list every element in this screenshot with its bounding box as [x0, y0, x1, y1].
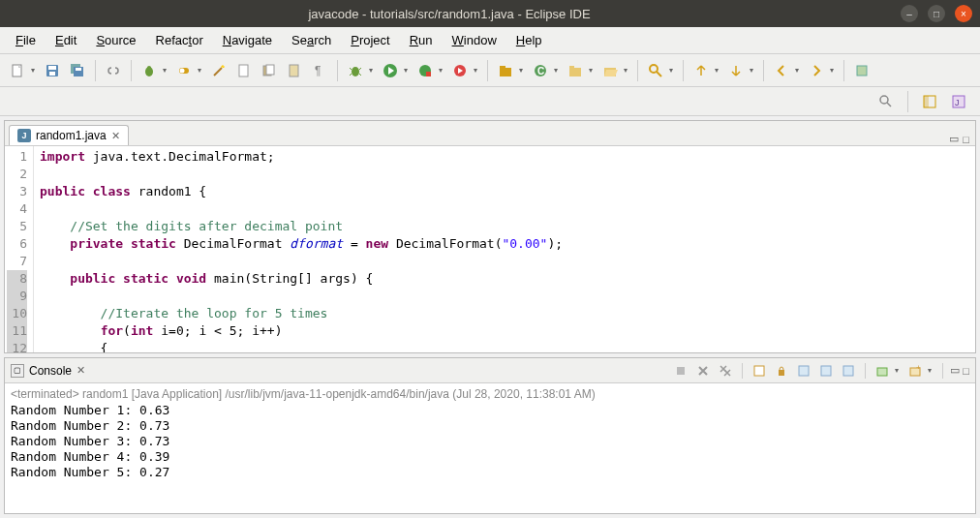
dropdown-icon[interactable]: ▾ [554, 66, 562, 75]
java-perspective-button[interactable]: J [947, 90, 970, 113]
minimize-view-icon[interactable]: ▭ [950, 364, 960, 377]
menu-file[interactable]: File [6, 29, 46, 51]
debug-bug-button[interactable] [138, 59, 161, 82]
svg-rect-40 [843, 366, 853, 376]
run-button[interactable] [379, 59, 402, 82]
pin-button[interactable] [850, 59, 873, 82]
dropdown-icon[interactable]: ▾ [895, 366, 903, 375]
svg-rect-21 [500, 68, 511, 76]
terminate-button[interactable] [671, 361, 690, 381]
dropdown-icon[interactable]: ▾ [31, 66, 39, 75]
svg-rect-2 [48, 66, 56, 70]
new-folder-button[interactable] [564, 59, 587, 82]
svg-text:J: J [955, 98, 960, 107]
save-all-button[interactable] [66, 59, 89, 82]
separator-icon [865, 363, 866, 379]
dropdown-icon[interactable]: ▾ [624, 66, 631, 75]
wand-button[interactable] [207, 59, 230, 82]
menu-search[interactable]: Search [282, 29, 341, 51]
dropdown-icon[interactable]: ▾ [163, 66, 170, 75]
svg-point-8 [147, 66, 151, 70]
dropdown-icon[interactable]: ▾ [928, 366, 935, 375]
maximize-view-icon[interactable]: □ [963, 365, 969, 377]
dropdown-icon[interactable]: ▾ [750, 66, 757, 75]
close-tab-icon[interactable]: ✕ [77, 364, 85, 377]
maximize-view-icon[interactable]: □ [963, 134, 969, 145]
new-console-button[interactable]: + [905, 361, 925, 381]
main-toolbar: ▾ ▾ ▾ ¶ ▾ ▾ ▾ ▾ ▾ C ▾ ▾ ▾ ▾ ▾ ▾ ▾ ▾ [0, 54, 980, 87]
separator-icon [763, 60, 764, 81]
dropdown-icon[interactable]: ▾ [404, 66, 412, 75]
menu-window[interactable]: Window [443, 29, 506, 51]
prev-annotation-button[interactable] [689, 59, 713, 82]
editor-tab-random1[interactable]: J random1.java ✕ [9, 125, 129, 145]
svg-rect-11 [239, 65, 248, 76]
separator-icon [942, 363, 943, 379]
dropdown-icon[interactable]: ▾ [715, 66, 722, 75]
save-button[interactable] [41, 59, 64, 82]
editor-panel: J random1.java ✕ ▭ □ 1 2 3 4 5 6 7 8 9 1… [4, 120, 976, 353]
coverage-button[interactable] [413, 59, 437, 82]
toggle-button[interactable] [172, 59, 196, 82]
word-wrap-button[interactable] [794, 361, 813, 381]
forward-button[interactable] [805, 59, 828, 82]
pin-console-button[interactable] [816, 361, 836, 381]
menu-refactor[interactable]: Refactor [146, 29, 213, 51]
next-annotation-button[interactable] [724, 59, 748, 82]
menu-help[interactable]: Help [506, 29, 552, 51]
close-tab-icon[interactable]: ✕ [111, 130, 120, 142]
dropdown-icon[interactable]: ▾ [369, 66, 377, 75]
open-console-button[interactable] [873, 361, 892, 381]
remove-launch-button[interactable] [693, 361, 713, 381]
console-body[interactable]: <terminated> random1 [Java Application] … [5, 383, 975, 513]
doc3-button[interactable] [283, 59, 306, 82]
quick-search-button[interactable] [874, 90, 898, 113]
separator-icon [742, 363, 743, 379]
new-button[interactable] [6, 59, 29, 82]
separator-icon [683, 60, 684, 81]
clear-console-button[interactable] [750, 361, 769, 381]
link-button[interactable] [102, 59, 125, 82]
code-area[interactable]: import java.text.DecimalFormat; public c… [34, 146, 975, 352]
dropdown-icon[interactable]: ▾ [589, 66, 597, 75]
search-button[interactable] [644, 59, 667, 82]
svg-point-30 [880, 96, 888, 104]
new-package-button[interactable] [494, 59, 517, 82]
run-last-button[interactable] [448, 59, 472, 82]
line-gutter: 1 2 3 4 5 6 7 8 9 10 11 12 13 [5, 146, 34, 352]
remove-all-button[interactable] [716, 361, 735, 381]
doc2-button[interactable] [258, 59, 281, 82]
pilcrow-button[interactable]: ¶ [308, 59, 331, 82]
svg-text:C: C [537, 66, 544, 76]
display-button[interactable] [839, 361, 858, 381]
separator-icon [843, 60, 844, 81]
menu-run[interactable]: Run [400, 29, 443, 51]
dropdown-icon[interactable]: ▾ [519, 66, 527, 75]
open-perspective-button[interactable] [918, 90, 941, 113]
dropdown-icon[interactable]: ▾ [439, 66, 446, 75]
dropdown-icon[interactable]: ▾ [795, 66, 803, 75]
menu-edit[interactable]: Edit [46, 29, 86, 51]
dropdown-icon[interactable]: ▾ [830, 66, 838, 75]
editor-tab-label: random1.java [36, 129, 107, 142]
menu-navigate[interactable]: Navigate [213, 29, 282, 51]
maximize-button[interactable]: □ [928, 5, 945, 22]
dropdown-icon[interactable]: ▾ [474, 66, 481, 75]
back-button[interactable] [770, 59, 793, 82]
java-file-icon: J [17, 129, 31, 142]
open-folder-button[interactable] [598, 59, 622, 82]
new-class-button[interactable]: C [529, 59, 552, 82]
minimize-view-icon[interactable]: ▭ [949, 133, 959, 145]
dropdown-icon[interactable]: ▾ [198, 66, 205, 75]
doc1-button[interactable] [232, 59, 256, 82]
scroll-lock-button[interactable] [772, 361, 791, 381]
dropdown-icon[interactable]: ▾ [669, 66, 677, 75]
svg-rect-25 [569, 68, 581, 76]
debug-button[interactable] [344, 59, 367, 82]
menu-project[interactable]: Project [341, 29, 399, 51]
menu-source[interactable]: Source [86, 29, 145, 51]
close-button[interactable]: × [955, 5, 972, 22]
window-titlebar: javacode - tutorials/src/random1.java - … [0, 0, 980, 27]
minimize-button[interactable]: – [901, 5, 918, 22]
editor-body[interactable]: 1 2 3 4 5 6 7 8 9 10 11 12 13 import jav… [5, 146, 975, 352]
